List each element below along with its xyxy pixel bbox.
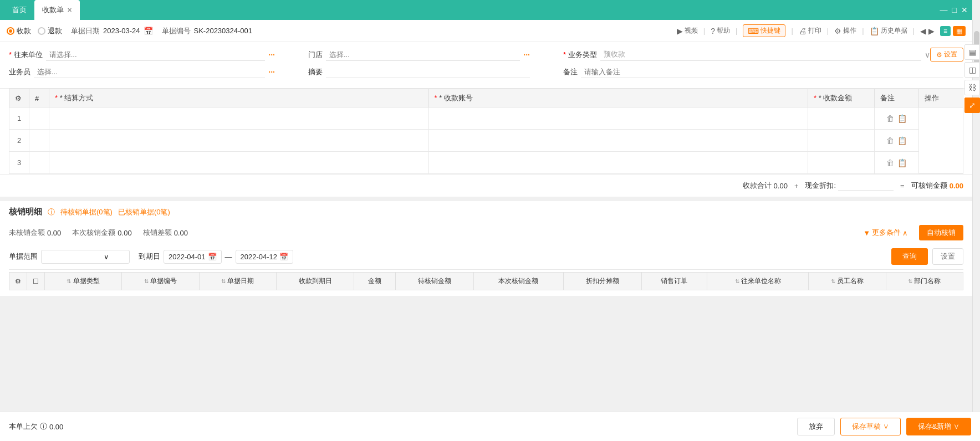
row3-amount[interactable] (428, 152, 808, 174)
maximize-icon[interactable]: □ (952, 6, 957, 14)
row2-settlement[interactable] (29, 130, 49, 152)
discount-input[interactable] (838, 180, 894, 191)
nav-arrows: ◀ ▶ (920, 27, 935, 35)
total-item: 收款合计 0.00 (743, 181, 788, 191)
row3-note[interactable] (808, 152, 875, 174)
summary-field: 摘要 (308, 66, 530, 78)
shortcut-btn[interactable]: ⌨ 快捷键 (743, 24, 785, 37)
row2-note[interactable] (808, 130, 875, 152)
table-header-row: ⚙ # * * 结算方式 * * 收款账号 * * 收款金额 备注 (9, 89, 963, 107)
radio-refund[interactable]: 退款 (38, 26, 62, 36)
business-type-label: * 业务类型 (563, 50, 597, 60)
tab-bar: 首页 收款单 ✕ — □ ✕ (0, 0, 972, 20)
print-btn[interactable]: 🖨 打印 (799, 26, 821, 35)
business-type-dropdown[interactable]: ∨ (925, 50, 930, 59)
more-conditions-btn[interactable]: ▼ 更多条件 ∧ (863, 228, 908, 238)
form-section: * 往来单位 ··· 门店 ··· * 业务类型 ∨ (0, 42, 972, 89)
row1-amount[interactable] (428, 107, 808, 130)
counterpart-field: * 往来单位 ··· (9, 49, 275, 61)
counterpart-input[interactable] (46, 49, 266, 61)
row3-delete-icon[interactable]: 🗑 (886, 158, 894, 167)
row3-copy-icon[interactable]: 📋 (897, 158, 907, 167)
sidebar-expand-icon[interactable]: ⤢ (964, 98, 972, 113)
row1-operations: 🗑 📋 (875, 107, 919, 130)
col-check-header[interactable]: ☐ (27, 273, 45, 290)
store-input[interactable] (326, 49, 520, 61)
row1-note[interactable] (808, 107, 875, 130)
row1-settlement[interactable] (29, 107, 49, 130)
col-due-date-header: 收款到期日 (276, 273, 354, 290)
calendar-end-icon[interactable]: 📅 (279, 253, 288, 261)
salesperson-input[interactable] (34, 66, 265, 78)
sidebar-table-icon[interactable]: ▤ (964, 44, 972, 60)
video-btn[interactable]: ▶ 视频 (677, 26, 698, 35)
row1-delete-icon[interactable]: 🗑 (886, 114, 894, 123)
row2-account[interactable] (49, 130, 429, 152)
table-section: ⚙ # * * 结算方式 * * 收款账号 * * 收款金额 备注 (0, 89, 972, 174)
filter-actions: 查询 设置 (891, 248, 963, 265)
diff-stat: 核销差额 0.00 (143, 228, 188, 238)
verification-header: 核销明细 ⓘ 待核销单据(0笔) 已核销单据(0笔) (9, 207, 963, 217)
verification-info-icon[interactable]: ⓘ (48, 207, 55, 217)
range-dropdown[interactable]: ∨ (41, 250, 130, 264)
receipt-type-radio: 收款 退款 (7, 26, 62, 36)
operation-btn[interactable]: ⚙ 操作 (834, 26, 856, 35)
note-input[interactable] (581, 66, 963, 78)
toolbar-row: 收款 退款 单据日期 2023-03-24 📅 单据编号 SK-20230324… (0, 20, 972, 42)
date-end-input[interactable]: 2022-04-12 📅 (236, 250, 294, 264)
range-filter: 单据范围 ∨ (9, 250, 130, 264)
row1-num: 1 (9, 107, 29, 130)
tab-close-icon[interactable]: ✕ (67, 7, 72, 14)
layout-list-icon[interactable]: ≡ (940, 26, 951, 36)
row3-account[interactable] (49, 152, 429, 174)
settings-button[interactable]: ⚙ 设置 (930, 48, 963, 61)
tab-receipt-label: 收款单 (42, 5, 64, 15)
row2-delete-icon[interactable]: 🗑 (886, 136, 894, 145)
col-employee-header: ⇅ 员工名称 (809, 273, 886, 290)
date-start-input[interactable]: 2022-04-01 📅 (164, 250, 222, 264)
done-tab[interactable]: 已核销单据(0笔) (118, 207, 170, 217)
col-settings-header[interactable]: ⚙ (9, 273, 27, 290)
nav-prev[interactable]: ◀ (920, 27, 926, 35)
verify-settings-button[interactable]: 设置 (932, 248, 963, 265)
store-ellipsis[interactable]: ··· (523, 50, 530, 59)
nav-next[interactable]: ▶ (928, 27, 935, 35)
pending-tab[interactable]: 待核销单据(0笔) (60, 207, 113, 217)
close-icon[interactable]: ✕ (961, 6, 968, 14)
salesperson-ellipsis[interactable]: ··· (268, 68, 275, 76)
diff-value: 0.00 (174, 229, 188, 237)
help-btn[interactable]: ? 帮助 (711, 26, 730, 35)
salesperson-field: 业务员 ··· (9, 66, 275, 78)
calendar-icon[interactable]: 📅 (144, 27, 153, 35)
col-dept-header: ⇅ 部门名称 (886, 273, 963, 290)
sidebar-document-icon[interactable]: ◫ (964, 62, 972, 78)
counterpart-ellipsis[interactable]: ··· (268, 50, 275, 59)
number-field: 单据编号 SK-20230324-001 (162, 26, 253, 36)
calendar-start-icon[interactable]: 📅 (208, 253, 217, 261)
tab-home[interactable]: 首页 (4, 0, 34, 20)
sidebar-link-icon[interactable]: ⛓ (964, 80, 972, 95)
history-icon: 📋 (870, 27, 879, 35)
col-number-header: ⇅ 单据编号 (122, 273, 199, 290)
current-stat: 本次核销金额 0.00 (72, 228, 131, 238)
col-header-settings[interactable]: ⚙ (9, 89, 29, 107)
table-row: 2 🗑 📋 (9, 130, 963, 152)
tab-receipt[interactable]: 收款单 ✕ (34, 0, 80, 20)
row3-settlement[interactable] (29, 152, 49, 174)
row1-copy-icon[interactable]: 📋 (897, 114, 907, 123)
date-range-label: 到期日 (139, 252, 160, 261)
minimize-icon[interactable]: — (940, 6, 948, 14)
business-type-input[interactable] (600, 49, 921, 61)
row2-amount[interactable] (428, 130, 808, 152)
range-chevron-icon: ∨ (104, 253, 109, 261)
radio-receipt[interactable]: 收款 (7, 26, 31, 36)
auto-verify-button[interactable]: 自动核销 (919, 225, 963, 240)
summary-input[interactable] (326, 66, 530, 78)
query-button[interactable]: 查询 (891, 248, 928, 265)
history-btn[interactable]: 📋 历史单据 (870, 26, 907, 35)
row2-copy-icon[interactable]: 📋 (897, 136, 907, 145)
discount-label: 现金折扣: (805, 181, 836, 191)
radio-receipt-label: 收款 (17, 26, 31, 36)
row1-account[interactable] (49, 107, 429, 130)
layout-grid-icon[interactable]: ▦ (953, 26, 966, 36)
